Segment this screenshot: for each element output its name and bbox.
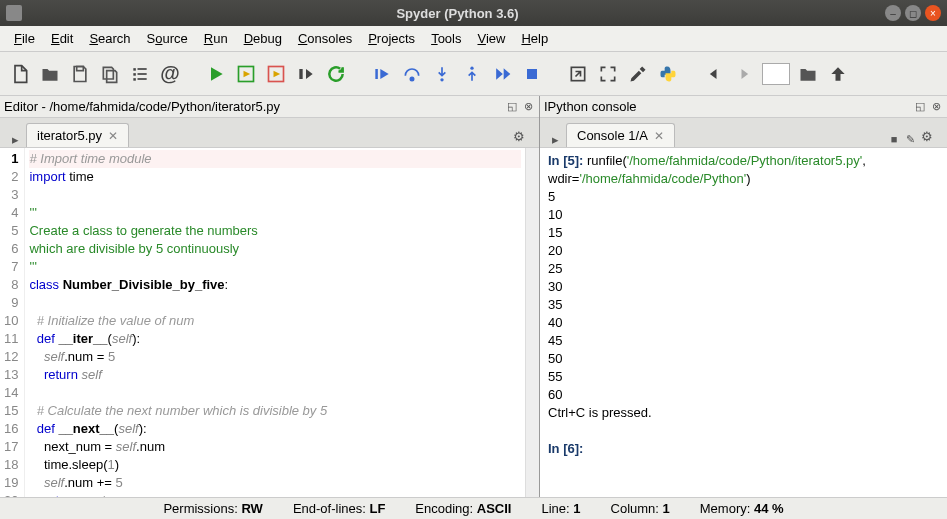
python-path-icon[interactable] xyxy=(656,62,680,86)
console-close-icon[interactable]: ⊗ xyxy=(929,100,943,114)
menu-debug[interactable]: Debug xyxy=(238,29,288,48)
status-encoding: Encoding: ASCII xyxy=(415,501,511,516)
console-tab-label: Console 1/A xyxy=(577,128,648,143)
svg-rect-0 xyxy=(77,66,84,70)
window-titlebar: Spyder (Python 3.6) – ◻ × xyxy=(0,0,947,26)
debug-continue-icon[interactable] xyxy=(490,62,514,86)
forward-icon[interactable] xyxy=(732,62,756,86)
console-browse-icon[interactable]: ▸ xyxy=(552,132,559,147)
back-icon[interactable] xyxy=(702,62,726,86)
main-toolbar: @ xyxy=(0,52,947,96)
debug-step-over-icon[interactable] xyxy=(400,62,424,86)
list-icon[interactable] xyxy=(128,62,152,86)
run-cell-icon[interactable] xyxy=(234,62,258,86)
status-eol: End-of-lines: LF xyxy=(293,501,385,516)
debug-step-out-icon[interactable] xyxy=(460,62,484,86)
menu-bar: File Edit Search Source Run Debug Consol… xyxy=(0,26,947,52)
svg-rect-1 xyxy=(133,68,136,71)
run-icon[interactable] xyxy=(204,62,228,86)
run-selection-icon[interactable] xyxy=(294,62,318,86)
app-icon xyxy=(6,5,22,21)
ipython-console[interactable]: In [5]: runfile('/home/fahmida/code/Pyth… xyxy=(540,148,947,497)
menu-tools[interactable]: Tools xyxy=(425,29,467,48)
console-pane: IPython console ◱ ⊗ ▸ Console 1/A ✕ ■ ✎ … xyxy=(540,96,947,497)
open-file-icon[interactable] xyxy=(38,62,62,86)
svg-rect-6 xyxy=(138,78,147,80)
editor-pane: Editor - /home/fahmida/code/Python/itera… xyxy=(0,96,540,497)
preferences-icon[interactable] xyxy=(626,62,650,86)
window-close-button[interactable]: × xyxy=(925,5,941,21)
debug-stop-icon[interactable] xyxy=(520,62,544,86)
menu-file[interactable]: File xyxy=(8,29,41,48)
svg-rect-9 xyxy=(299,69,302,79)
console-undock-icon[interactable]: ◱ xyxy=(913,100,927,114)
svg-point-13 xyxy=(470,66,473,69)
maximize-pane-icon[interactable] xyxy=(566,62,590,86)
window-minimize-button[interactable]: – xyxy=(885,5,901,21)
status-permissions: Permissions: RW xyxy=(163,501,262,516)
editor-tab-label: iterator5.py xyxy=(37,128,102,143)
menu-view[interactable]: View xyxy=(471,29,511,48)
menu-edit[interactable]: Edit xyxy=(45,29,79,48)
code-editor[interactable]: 12345678910111213141516171819202122 # Im… xyxy=(0,148,539,497)
status-bar: Permissions: RW End-of-lines: LF Encodin… xyxy=(0,497,947,519)
console-tab[interactable]: Console 1/A ✕ xyxy=(566,123,675,147)
window-title: Spyder (Python 3.6) xyxy=(30,6,885,21)
save-all-icon[interactable] xyxy=(98,62,122,86)
browse-dir-icon[interactable] xyxy=(796,62,820,86)
menu-consoles[interactable]: Consoles xyxy=(292,29,358,48)
svg-rect-5 xyxy=(133,78,136,81)
menu-search[interactable]: Search xyxy=(83,29,136,48)
rerun-icon[interactable] xyxy=(324,62,348,86)
editor-options-icon[interactable]: ⚙ xyxy=(513,129,531,147)
editor-close-icon[interactable]: ⊗ xyxy=(521,100,535,114)
debug-step-icon[interactable] xyxy=(370,62,394,86)
fullscreen-icon[interactable] xyxy=(596,62,620,86)
debug-step-into-icon[interactable] xyxy=(430,62,454,86)
status-line: Line: 1 xyxy=(541,501,580,516)
save-icon[interactable] xyxy=(68,62,92,86)
menu-source[interactable]: Source xyxy=(141,29,194,48)
editor-tab[interactable]: iterator5.py ✕ xyxy=(26,123,129,147)
menu-help[interactable]: Help xyxy=(515,29,554,48)
run-cell-advance-icon[interactable] xyxy=(264,62,288,86)
editor-undock-icon[interactable]: ◱ xyxy=(505,100,519,114)
console-tab-close-icon[interactable]: ✕ xyxy=(654,129,664,143)
file-browse-icon[interactable]: ▸ xyxy=(12,132,19,147)
svg-rect-4 xyxy=(138,73,147,75)
at-icon[interactable]: @ xyxy=(158,62,182,86)
console-options-icon[interactable]: ⚙ xyxy=(921,129,939,147)
svg-rect-2 xyxy=(138,68,147,70)
window-maximize-button[interactable]: ◻ xyxy=(905,5,921,21)
new-file-icon[interactable] xyxy=(8,62,32,86)
editor-scrollbar[interactable] xyxy=(525,148,539,497)
svg-point-12 xyxy=(440,78,443,81)
parent-dir-icon[interactable] xyxy=(826,62,850,86)
console-pane-title: IPython console xyxy=(544,99,911,114)
console-stop-icon[interactable]: ■ xyxy=(887,133,901,147)
svg-rect-14 xyxy=(527,69,537,79)
console-clear-icon[interactable]: ✎ xyxy=(903,133,917,147)
editor-pane-title: Editor - /home/fahmida/code/Python/itera… xyxy=(4,99,503,114)
svg-rect-3 xyxy=(133,73,136,76)
working-dir-select[interactable] xyxy=(762,63,790,85)
menu-run[interactable]: Run xyxy=(198,29,234,48)
menu-projects[interactable]: Projects xyxy=(362,29,421,48)
status-memory: Memory: 44 % xyxy=(700,501,784,516)
svg-point-11 xyxy=(410,77,413,80)
status-column: Column: 1 xyxy=(611,501,670,516)
svg-rect-10 xyxy=(375,69,378,79)
editor-tab-close-icon[interactable]: ✕ xyxy=(108,129,118,143)
